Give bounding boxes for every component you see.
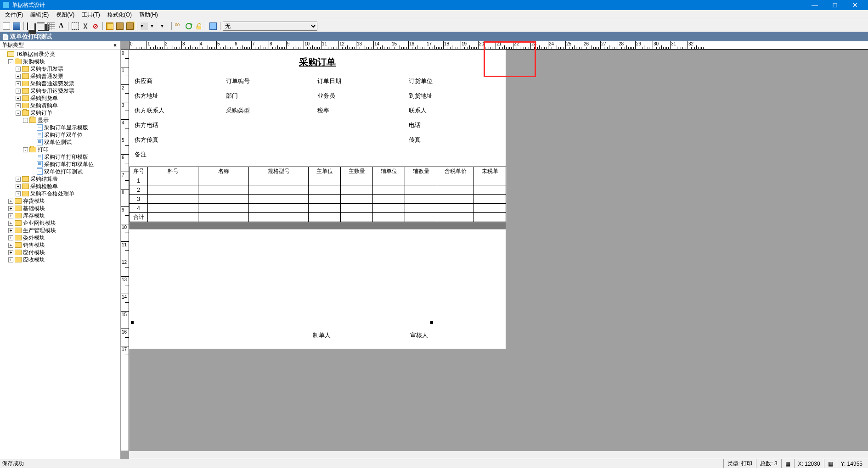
column-header[interactable]: 辅单位 — [373, 167, 405, 176]
cell[interactable] — [373, 185, 405, 195]
tree-item[interactable]: +采购到货单 — [0, 95, 120, 102]
cell[interactable] — [474, 185, 506, 195]
cell[interactable] — [474, 195, 506, 204]
cell[interactable] — [405, 195, 437, 204]
expand-icon[interactable]: + — [16, 191, 21, 196]
column-header[interactable]: 主数量 — [341, 167, 373, 176]
tree-item[interactable]: 双单位打印测试 — [0, 168, 120, 175]
cell[interactable] — [148, 176, 198, 185]
tree-item[interactable]: +库存模块 — [0, 212, 120, 219]
cell[interactable] — [148, 185, 198, 195]
tree-item[interactable]: 采购订单打印模版 — [0, 153, 120, 161]
cell[interactable] — [148, 204, 198, 213]
table-row[interactable]: 2 — [130, 185, 506, 195]
expand-icon[interactable]: + — [8, 199, 13, 204]
expand-icon[interactable]: + — [16, 184, 21, 189]
cell[interactable] — [474, 176, 506, 185]
tree-item[interactable]: 采购订单打印双单位 — [0, 161, 120, 168]
table-row[interactable]: 3 — [130, 195, 506, 204]
tree-item[interactable]: 采购订单显示模版 — [0, 124, 120, 131]
cell[interactable] — [249, 176, 309, 185]
tree-item[interactable]: -打印 — [0, 146, 120, 153]
cell[interactable] — [341, 185, 373, 195]
menu-item[interactable]: 格式化(O) — [104, 10, 135, 20]
cell[interactable] — [341, 204, 373, 213]
tree-view[interactable]: T6单据目录分类-采购模块+采购专用发票+采购普通发票+采购普通运费发票+采购专… — [0, 50, 120, 459]
expand-icon[interactable]: + — [16, 96, 21, 101]
menu-item[interactable]: 编辑(E) — [27, 10, 52, 20]
column-header[interactable]: 主单位 — [309, 167, 341, 176]
dropdown2-button[interactable]: ▾ — [150, 22, 159, 31]
expand-icon[interactable]: + — [8, 213, 13, 218]
tree-item[interactable]: +应付模块 — [0, 249, 120, 256]
tree-item[interactable]: T6单据目录分类 — [0, 50, 120, 58]
new-button[interactable] — [2, 22, 11, 31]
cell[interactable] — [249, 185, 309, 195]
paste-special-button[interactable] — [125, 22, 135, 31]
collapse-icon[interactable]: - — [23, 118, 28, 123]
tree-item[interactable]: +采购普通运费发票 — [0, 80, 120, 87]
column-header[interactable]: 辅数量 — [405, 167, 437, 176]
expand-icon[interactable]: + — [8, 206, 13, 211]
tree-item[interactable]: +采购专用发票 — [0, 65, 120, 72]
horizontal-scrollbar[interactable] — [129, 451, 868, 459]
lock-button[interactable] — [194, 22, 203, 31]
tree-item[interactable]: -采购模块 — [0, 58, 120, 65]
collapse-icon[interactable]: - — [8, 59, 13, 64]
tree-item[interactable]: +采购请购单 — [0, 102, 120, 109]
cell[interactable] — [373, 204, 405, 213]
collapse-icon[interactable]: - — [23, 147, 28, 152]
column-header[interactable]: 料号 — [148, 167, 198, 176]
expand-icon[interactable]: + — [8, 221, 13, 226]
cell[interactable] — [148, 195, 198, 204]
column-header[interactable]: 含税单价 — [437, 167, 474, 176]
dropdown3-button[interactable]: ▾ — [160, 22, 169, 31]
tree-item[interactable]: +采购不合格处理单 — [0, 190, 120, 197]
expand-icon[interactable]: + — [16, 81, 21, 86]
tree-item[interactable]: +采购结算表 — [0, 175, 120, 183]
expand-icon[interactable]: + — [16, 89, 21, 94]
cell[interactable] — [373, 195, 405, 204]
cell[interactable] — [309, 204, 341, 213]
expand-icon[interactable]: + — [16, 177, 21, 182]
expand-icon[interactable]: + — [16, 74, 21, 79]
tree-item[interactable]: +采购普通发票 — [0, 72, 120, 80]
cell[interactable] — [341, 176, 373, 185]
cell[interactable] — [405, 185, 437, 195]
tree-item[interactable]: +销售模块 — [0, 241, 120, 249]
cell[interactable] — [249, 195, 309, 204]
cell[interactable] — [437, 176, 474, 185]
cell[interactable] — [309, 176, 341, 185]
cell[interactable] — [309, 195, 341, 204]
cell[interactable] — [474, 204, 506, 213]
digits-button[interactable]: 00 — [174, 22, 183, 31]
cell[interactable] — [437, 185, 474, 195]
expand-icon[interactable]: + — [8, 235, 13, 240]
handle-right[interactable] — [430, 321, 433, 324]
column-header[interactable]: 规格型号 — [249, 167, 309, 176]
tree-item[interactable]: 双单位测试 — [0, 139, 120, 146]
status-toggle[interactable]: ▦ — [781, 459, 794, 468]
column-header[interactable]: 未税单 — [474, 167, 506, 176]
tree-item[interactable]: +基础模块 — [0, 205, 120, 212]
cell[interactable] — [198, 176, 249, 185]
tree-item[interactable]: +企业网银模块 — [0, 219, 120, 227]
cell[interactable] — [437, 204, 474, 213]
style-dropdown[interactable]: 无 — [223, 22, 317, 31]
cell[interactable] — [198, 185, 249, 195]
tree-item[interactable]: -采购订单 — [0, 109, 120, 117]
cell[interactable] — [309, 185, 341, 195]
menu-item[interactable]: 帮助(H) — [135, 10, 162, 20]
detail-table[interactable]: 序号料号名称规格型号主单位主数量辅单位辅数量含税单价未税单 1234 合计 — [129, 167, 506, 222]
grid-button[interactable] — [46, 22, 56, 31]
handle-left[interactable] — [131, 321, 134, 324]
cell[interactable] — [249, 204, 309, 213]
tree-item[interactable]: +生产管理模块 — [0, 227, 120, 234]
tree-item[interactable]: 采购订单双单位 — [0, 131, 120, 139]
table-row[interactable]: 4 — [130, 204, 506, 213]
tree-item[interactable]: +存货模块 — [0, 197, 120, 205]
align-left-button[interactable] — [26, 22, 35, 31]
delete-button[interactable]: ⊘ — [91, 22, 100, 31]
page[interactable]: 采购订单 供应商订单编号订单日期订货单位 供方地址部门业务员到货地址 供方联系人… — [129, 50, 506, 349]
tree-item[interactable]: +采购检验单 — [0, 183, 120, 190]
